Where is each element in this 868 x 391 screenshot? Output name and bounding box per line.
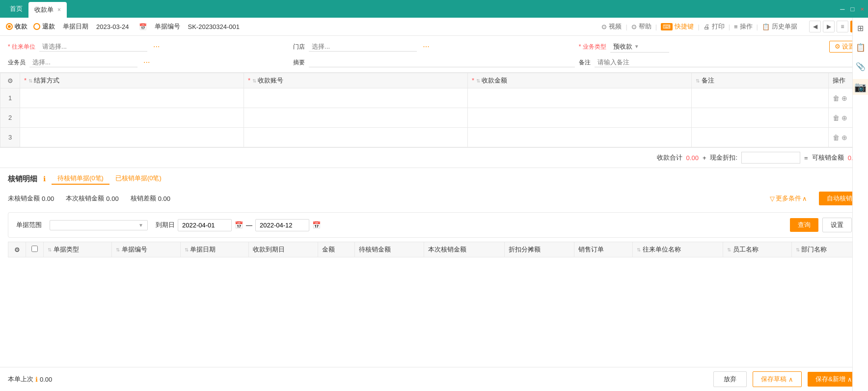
sidebar-icon-camera[interactable]: 📷 bbox=[853, 79, 868, 95]
account-cell-2[interactable] bbox=[244, 108, 468, 128]
delete-row-1-icon[interactable]: 🗑 bbox=[833, 94, 840, 102]
store-input[interactable] bbox=[309, 42, 417, 52]
stat-current-value: 0.00 bbox=[106, 195, 118, 202]
staff-input[interactable] bbox=[29, 57, 137, 67]
th-remark-label: 备注 bbox=[702, 77, 714, 84]
copy-row-1-icon[interactable]: ⊕ bbox=[841, 94, 847, 102]
tab-close-icon[interactable]: × bbox=[57, 6, 61, 13]
stat-uncancelled: 未核销金额 0.00 bbox=[8, 194, 54, 203]
minimize-btn[interactable]: ─ bbox=[840, 5, 844, 13]
video-btn[interactable]: ⊙ 视频 bbox=[601, 22, 622, 31]
remark-label: 备注 bbox=[579, 58, 591, 67]
form-area: * 往来单位 ··· 门店 ··· * 业务类型 预收款 ▼ ⚙ 设置 bbox=[0, 36, 868, 73]
print-btn[interactable]: 🖨 打印 bbox=[704, 22, 725, 31]
sidebar-icon-attach[interactable]: 📎 bbox=[853, 60, 868, 73]
staff-more-icon[interactable]: ··· bbox=[143, 58, 150, 67]
settlement-cell-1[interactable] bbox=[20, 88, 244, 108]
bth-dept: ⇅ 部门名称 bbox=[791, 242, 860, 257]
plus-sign: + bbox=[703, 154, 706, 162]
calendar-to-icon[interactable]: 📅 bbox=[312, 221, 321, 229]
settlement-cell-3[interactable] bbox=[20, 128, 244, 147]
business-type-section: * 业务类型 预收款 ▼ ⚙ 设置 bbox=[579, 41, 860, 53]
nav-home[interactable]: 首页 bbox=[4, 0, 28, 18]
date-value: 2023-03-24 bbox=[96, 23, 129, 30]
history-btn[interactable]: 📋 历史单据 bbox=[762, 22, 797, 31]
panel-list-btn[interactable]: ≡ bbox=[837, 21, 848, 32]
panel-prev-btn[interactable]: ◀ bbox=[809, 21, 821, 32]
date-from-input[interactable] bbox=[178, 219, 232, 231]
sidebar-icon-doc[interactable]: 📋 bbox=[853, 41, 868, 54]
calendar-from-icon[interactable]: 📅 bbox=[235, 221, 243, 229]
home-label: 首页 bbox=[10, 4, 23, 13]
amount-cell-2[interactable] bbox=[468, 108, 692, 128]
filter-settings-btn[interactable]: 设置 bbox=[822, 218, 852, 232]
operation-btn[interactable]: ≡ 操作 bbox=[734, 22, 753, 31]
gear-icon: ⚙ bbox=[835, 43, 841, 50]
settlement-cell-2[interactable] bbox=[20, 108, 244, 128]
close-btn[interactable]: × bbox=[860, 5, 864, 13]
bth-due-date-label: 收款到期日 bbox=[253, 246, 285, 253]
summary-section: 摘要 bbox=[293, 57, 574, 67]
counterparty-input[interactable] bbox=[39, 42, 147, 52]
query-btn[interactable]: 查询 bbox=[790, 218, 818, 232]
select-all-checkbox[interactable] bbox=[31, 246, 38, 252]
amount-cell-3[interactable] bbox=[468, 128, 692, 147]
account-cell-1[interactable] bbox=[244, 88, 468, 108]
save-chevron-icon: ∧ bbox=[847, 376, 852, 383]
info-circle-icon[interactable]: ℹ bbox=[35, 376, 38, 383]
tab-completed[interactable]: 已核销单据(0笔) bbox=[109, 173, 167, 185]
sidebar-icon-grid[interactable]: ⊞ bbox=[853, 22, 868, 35]
toolbar: 收款 退款 单据日期 2023-03-24 📅 单据编号 SK-20230324… bbox=[0, 18, 868, 36]
bth-discount: 折扣分摊额 bbox=[505, 242, 574, 257]
panel-next-btn[interactable]: ▶ bbox=[823, 21, 835, 32]
table-row: 2 🗑 ⊕ bbox=[0, 108, 868, 128]
remark-cell-1[interactable] bbox=[692, 88, 829, 108]
delete-row-2-icon[interactable]: 🗑 bbox=[833, 114, 840, 122]
date-filter: 到期日 📅 — 📅 bbox=[156, 219, 321, 231]
shortcut-btn[interactable]: ⌨ 快捷键 bbox=[661, 22, 694, 31]
bth-staff-label: 员工名称 bbox=[733, 246, 759, 253]
filter-actions: 查询 设置 bbox=[790, 218, 852, 232]
summary-input[interactable] bbox=[309, 57, 574, 67]
remark-input[interactable] bbox=[595, 57, 860, 67]
delete-row-3-icon[interactable]: 🗑 bbox=[833, 134, 840, 141]
radio-refund-dot bbox=[33, 23, 40, 30]
active-tab-label: 收款单 bbox=[34, 5, 54, 14]
footer: 本单上次 ℹ 0.00 放弃 保存草稿 ∧ 保存&新增 ∧ bbox=[0, 367, 868, 391]
tab-pending[interactable]: 待核销单据(0笔) bbox=[52, 173, 109, 185]
abandon-btn[interactable]: 放弃 bbox=[713, 371, 747, 387]
discount-input[interactable] bbox=[741, 152, 800, 164]
info-icon[interactable]: ℹ bbox=[43, 175, 46, 183]
nav-tab-active[interactable]: 收款单 × bbox=[28, 2, 67, 18]
radio-receipt-dot bbox=[6, 23, 13, 30]
store-more-icon[interactable]: ··· bbox=[423, 42, 429, 51]
save-draft-btn[interactable]: 保存草稿 ∧ bbox=[753, 371, 802, 387]
maximize-btn[interactable]: □ bbox=[851, 5, 855, 13]
bottom-table-gear-icon[interactable]: ⚙ bbox=[14, 246, 20, 253]
more-filters-btn[interactable]: ▽ 更多条件 ∧ bbox=[770, 194, 807, 203]
counterparty-more-icon[interactable]: ··· bbox=[153, 42, 160, 51]
date-label: 单据日期 bbox=[63, 22, 88, 31]
total-value: 0.00 bbox=[686, 154, 699, 162]
account-cell-3[interactable] bbox=[244, 128, 468, 147]
business-type-select[interactable]: 预收款 ▼ bbox=[610, 41, 669, 53]
footer-label-text: 本单上次 bbox=[8, 375, 33, 384]
stat-uncancelled-label: 未核销金额 bbox=[8, 194, 40, 203]
stat-uncancelled-value: 0.00 bbox=[42, 195, 54, 202]
remark-cell-3[interactable] bbox=[692, 128, 829, 147]
operation-label: 操作 bbox=[740, 22, 753, 31]
th-account: ⇅ 收款账号 bbox=[244, 73, 468, 88]
calendar-icon[interactable]: 📅 bbox=[139, 23, 147, 30]
range-select[interactable]: ▼ bbox=[50, 220, 148, 230]
receipt-table: ⚙ ⇅ 结算方式 ⇅ 收款账号 ⇅ 收款金额 ⇅ bbox=[0, 73, 868, 147]
copy-row-2-icon[interactable]: ⊕ bbox=[841, 114, 847, 122]
amount-cell-1[interactable] bbox=[468, 88, 692, 108]
date-to-input[interactable] bbox=[255, 219, 309, 231]
radio-receipt[interactable]: 收款 bbox=[6, 22, 27, 31]
radio-refund[interactable]: 退款 bbox=[33, 22, 55, 31]
bth-counterparty: ⇅ 往来单位名称 bbox=[633, 242, 723, 257]
copy-row-3-icon[interactable]: ⊕ bbox=[841, 134, 847, 141]
help-btn[interactable]: ⊙ 帮助 bbox=[631, 22, 651, 31]
table-gear-icon[interactable]: ⚙ bbox=[7, 77, 13, 84]
remark-cell-2[interactable] bbox=[692, 108, 829, 128]
